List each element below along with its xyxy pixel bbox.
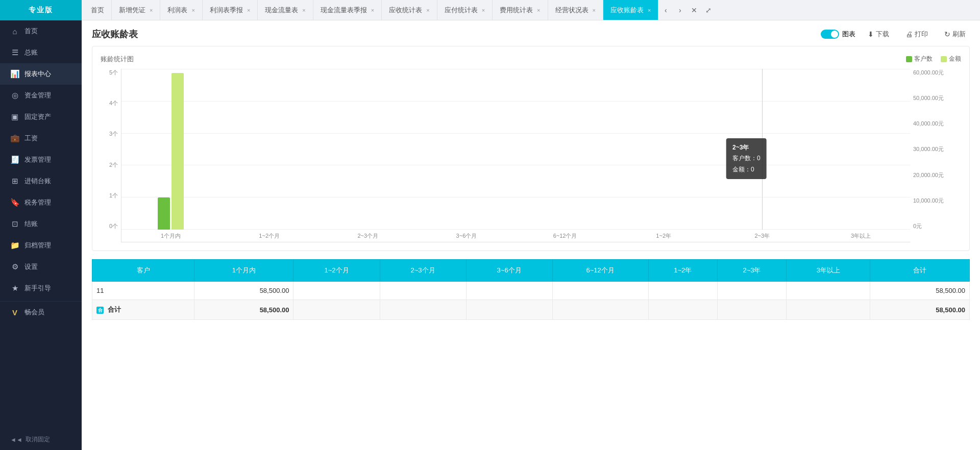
- close-icon[interactable]: ×: [648, 7, 651, 13]
- archive-icon: 📁: [10, 241, 19, 250]
- close-icon[interactable]: ×: [482, 7, 485, 13]
- chart-bar-group: [121, 69, 220, 230]
- close-icon[interactable]: ×: [537, 7, 540, 13]
- main-content: 首页 新增凭证 × 利润表 × 利润表季报 × 现金流量表 × 现金流量表季报 …: [82, 0, 980, 450]
- legend-dot-green: [906, 56, 912, 62]
- col-m4: 3~6个月: [466, 260, 552, 282]
- funds-icon: ◎: [10, 91, 19, 100]
- sidebar-item-archive[interactable]: 📁 归档管理: [0, 235, 82, 256]
- close-icon[interactable]: ×: [247, 7, 250, 13]
- tab-cashflow[interactable]: 现金流量表 ×: [258, 0, 313, 20]
- sidebar: 专业版 ⌂ 首页 ☰ 总账 📊 报表中心 ◎ 资金管理 ▣ 固定资产 💼 工资 …: [0, 0, 82, 450]
- chart-area: 5个 4个 3个 2个 1个 0个: [101, 69, 961, 242]
- chart-legend: 客户数 金额: [906, 55, 961, 63]
- chart-bar-group: [812, 69, 910, 230]
- chart-toggle[interactable]: 图表: [821, 30, 855, 39]
- col-m1: 1个月内: [194, 260, 293, 282]
- tab-cashflow-label: 现金流量表: [265, 6, 298, 15]
- col-customer: 客户: [92, 260, 194, 282]
- chart-title: 账龄统计图: [101, 55, 961, 64]
- sidebar-item-guide[interactable]: ★ 新手引导: [0, 278, 82, 299]
- refresh-button[interactable]: ↻ 刷新: [940, 28, 970, 41]
- tab-payable-stat[interactable]: 应付统计表 ×: [437, 0, 493, 20]
- tab-profit-quarterly[interactable]: 利润表季报 ×: [203, 0, 258, 20]
- sidebar-item-settings[interactable]: ⚙ 设置: [0, 256, 82, 278]
- sidebar-item-label: 总账: [24, 48, 38, 57]
- tab-expand-button[interactable]: ⤢: [701, 3, 716, 17]
- sidebar-item-closing[interactable]: ⊡ 结账: [0, 213, 82, 235]
- col-m7: 2~3年: [717, 260, 786, 282]
- tab-business-stat[interactable]: 经营状况表 ×: [548, 0, 603, 20]
- chart-bar-group: [417, 69, 516, 230]
- tab-expense-stat-label: 费用统计表: [500, 6, 533, 15]
- member-icon: V: [10, 308, 19, 317]
- tab-cashflow-quarterly[interactable]: 现金流量表季报 ×: [313, 0, 382, 20]
- close-icon[interactable]: ×: [593, 7, 596, 13]
- cell-m6: [648, 282, 717, 300]
- legend-dot-light: [941, 56, 947, 62]
- col-m2: 1~2个月: [293, 260, 380, 282]
- sidebar-item-label: 资金管理: [24, 91, 51, 100]
- tab-profit[interactable]: 利润表 ×: [160, 0, 202, 20]
- tab-profit-quarterly-label: 利润表季报: [210, 6, 243, 15]
- header-actions: 图表 ⬇ 下载 🖨 打印 ↻ 刷新: [821, 28, 970, 41]
- x-label: 1~2年: [615, 230, 713, 242]
- tab-home-label: 首页: [91, 6, 104, 15]
- sidebar-item-invoice[interactable]: 🧾 发票管理: [0, 149, 82, 170]
- cell-total-m5: [552, 300, 648, 320]
- x-label: 2~3年: [713, 230, 812, 242]
- sidebar-item-label: 固定资产: [24, 112, 51, 121]
- cell-m4: [466, 282, 552, 300]
- chart-bars: [121, 69, 910, 230]
- sidebar-item-member[interactable]: V 畅会员: [0, 301, 82, 323]
- sidebar-item-label: 报表中心: [24, 69, 51, 79]
- close-icon[interactable]: ×: [426, 7, 429, 13]
- toggle-label: 图表: [842, 30, 855, 39]
- tab-receivable-stat[interactable]: 应收统计表 ×: [382, 0, 437, 20]
- pin-icon: ◄◄: [10, 436, 22, 443]
- sidebar-item-funds[interactable]: ◎ 资金管理: [0, 85, 82, 106]
- tab-expense-stat[interactable]: 费用统计表 ×: [493, 0, 548, 20]
- ledger-icon: ☰: [10, 48, 19, 57]
- inventory-icon: ⊞: [10, 177, 19, 186]
- assets-icon: ▣: [10, 112, 19, 121]
- sidebar-pin-toggle[interactable]: ◄◄ 取消固定: [0, 429, 82, 450]
- cell-m7: [717, 282, 786, 300]
- tab-close-all-button[interactable]: ✕: [687, 3, 701, 17]
- cell-customer: 11: [92, 282, 194, 300]
- sidebar-item-inventory[interactable]: ⊞ 进销台账: [0, 170, 82, 192]
- tab-payable-stat-label: 应付统计表: [445, 6, 478, 15]
- x-label: 2~3个月: [318, 230, 417, 242]
- x-label: 3年以上: [812, 230, 910, 242]
- sidebar-item-label: 工资: [24, 134, 38, 143]
- sidebar-item-salary[interactable]: 💼 工资: [0, 128, 82, 149]
- close-icon[interactable]: ×: [371, 7, 374, 13]
- tab-home[interactable]: 首页: [84, 0, 112, 20]
- sidebar-item-label: 结账: [24, 219, 38, 229]
- sidebar-item-reports[interactable]: 📊 报表中心: [0, 63, 82, 85]
- table-row: 11 58,500.00 58,500.00: [92, 282, 970, 300]
- content-area: 账龄统计图 客户数 金额 5个 4个 3个 2个 1个: [82, 46, 980, 450]
- sidebar-item-home[interactable]: ⌂ 首页: [0, 20, 82, 42]
- print-button[interactable]: 🖨 打印: [901, 28, 932, 41]
- tab-next-button[interactable]: ›: [673, 3, 687, 17]
- sidebar-item-assets[interactable]: ▣ 固定资产: [0, 106, 82, 128]
- total-icon: 合: [96, 307, 104, 314]
- sidebar-item-tax[interactable]: 🔖 税务管理: [0, 192, 82, 213]
- legend-customer-count: 客户数: [906, 55, 933, 63]
- legend-customer-label: 客户数: [914, 55, 933, 63]
- close-icon[interactable]: ×: [150, 7, 153, 13]
- tab-voucher[interactable]: 新增凭证 ×: [112, 0, 160, 20]
- tab-prev-button[interactable]: ‹: [658, 3, 673, 17]
- download-button[interactable]: ⬇ 下载: [864, 28, 893, 41]
- tab-business-stat-label: 经营状况表: [555, 6, 589, 15]
- page-title: 应收账龄表: [92, 28, 821, 40]
- toggle-track[interactable]: [821, 30, 839, 39]
- closing-icon: ⊡: [10, 219, 19, 229]
- y-axis-right: 60,000.00元 50,000.00元 40,000.00元 30,000.…: [910, 69, 961, 242]
- tab-aging[interactable]: 应收账龄表 ×: [603, 0, 658, 20]
- chart-bar-group: [318, 69, 417, 230]
- sidebar-item-ledger[interactable]: ☰ 总账: [0, 42, 82, 63]
- close-icon[interactable]: ×: [191, 7, 194, 13]
- close-icon[interactable]: ×: [302, 7, 305, 13]
